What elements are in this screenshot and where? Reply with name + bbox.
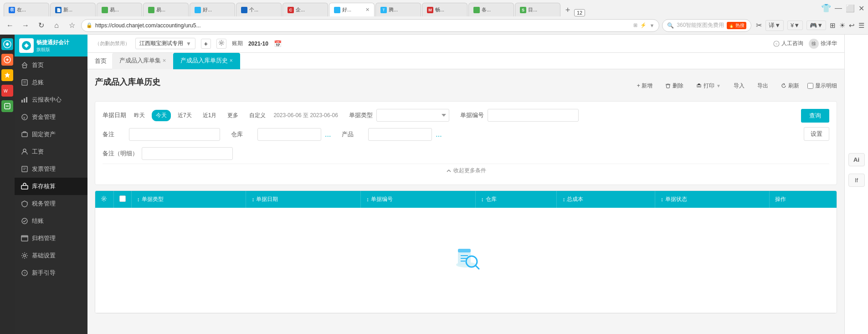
browser-tab-3[interactable]: 易... [97,3,142,16]
date-btn-1month[interactable]: 近1月 [199,110,221,121]
collapse-filter-button[interactable]: 收起更多条件 [103,164,829,177]
product-filter-input[interactable] [368,128,432,141]
browser-tab-10[interactable]: M 畅... [422,3,467,16]
import-button[interactable]: 导入 [729,80,749,92]
voucher-no-input[interactable] [488,109,579,122]
undo-icon[interactable]: ↩ [849,21,855,30]
query-button[interactable]: 查询 [801,109,829,123]
warehouse-picker-icon[interactable]: ... [325,130,331,139]
nav-forward-button[interactable]: → [19,19,32,32]
sidebar-item-tax[interactable]: 税务管理 [15,195,87,212]
sidebar-item-home[interactable]: 首页 [15,57,87,74]
tab-counter[interactable]: 12 [574,9,585,16]
browser-tab-5[interactable]: 好... [190,3,235,16]
th-voucher-status[interactable]: ↕ 单据状态 [655,191,770,208]
browser-tab-4[interactable]: 易... [143,3,189,16]
sidebar-item-settings[interactable]: 基础设置 [15,247,87,264]
browser-menu-icon[interactable]: ☰ [858,21,864,30]
th-voucher-no[interactable]: ↕ 单据编号 [360,191,475,208]
date-btn-7days[interactable]: 近7天 [174,110,196,121]
sidebar-item-ledger[interactable]: 总账 [15,74,87,91]
browser-tab-1[interactable]: 在 在... [4,3,49,16]
sidebar-item-money[interactable]: ¥ 资金管理 [15,108,87,126]
icon-bar-item-1[interactable] [1,54,13,66]
yuan-icon[interactable]: ¥▼ [787,21,803,30]
settings-company-button[interactable] [216,39,226,49]
nav-back-button[interactable]: ← [4,19,16,32]
date-btn-more[interactable]: 更多 [223,110,242,121]
if-button[interactable]: If [848,174,865,187]
th-checkbox[interactable] [113,191,131,208]
window-maximize-icon[interactable]: ⬜ [846,4,855,13]
refresh-button[interactable]: 刷新 [776,80,804,92]
add-button[interactable]: + 新增 [632,80,657,92]
help-button[interactable]: ? 人工咨询 [773,40,803,47]
sidebar-item-salary[interactable]: 工资 [15,143,87,160]
th-voucher-date[interactable]: ↕ 单据日期 [246,191,361,208]
settings-query-button[interactable]: 设置 [804,127,829,141]
date-btn-custom[interactable]: 自定义 [245,110,270,121]
nav-refresh-button[interactable]: ↻ [35,19,47,32]
url-lightning-icon[interactable]: ⚡ [640,22,647,28]
sidebar-item-close-period[interactable]: 结账 [15,212,87,230]
warehouse-filter-input[interactable] [257,128,321,141]
show-col-checkbox[interactable]: 显示明细 [807,82,837,90]
date-btn-yesterday[interactable]: 昨天 [130,110,149,121]
grid-icon[interactable]: ⊞ [830,21,836,30]
nav-home-button[interactable]: ⌂ [50,19,63,32]
note-detail-input[interactable] [142,147,233,160]
url-grid-icon[interactable]: ⊞ [633,22,637,28]
icon-bar-item-3[interactable]: w [1,85,13,97]
breadcrumb-list-tab[interactable]: 产成品入库单集 × [112,53,173,69]
sidebar-item-inventory[interactable]: 库存核算 [15,178,87,195]
export-button[interactable]: 导出 [753,80,773,92]
sidebar-item-invoice[interactable]: 发票管理 [15,160,87,178]
sidebar-item-asset[interactable]: 固定资产 [15,126,87,143]
nav-bookmark-button[interactable]: ☆ [66,19,78,32]
select-all-checkbox[interactable] [119,195,126,202]
delete-button[interactable]: 删除 [661,80,688,92]
th-total-cost[interactable]: ↕ 总成本 [557,191,655,208]
url-dropdown-icon[interactable]: ▼ [649,23,654,28]
voucher-type-select[interactable] [376,109,449,122]
sidebar-item-archive[interactable]: 归档管理 [15,230,87,247]
breadcrumb-home[interactable]: 首页 [95,57,107,65]
browser-tab-7[interactable]: C 企... [282,3,328,16]
icon-bar-item-2[interactable] [1,69,13,81]
note-filter-input[interactable] [129,128,220,141]
icon-bar-item-4[interactable] [1,100,13,112]
th-voucher-type[interactable]: ↕ 单据类型 [131,191,246,208]
browser-tab-8[interactable]: 好... ✕ [329,3,375,16]
game-icon[interactable]: 🎮▼ [806,21,826,30]
close-list-tab[interactable]: × [163,57,166,64]
browser-tab-9[interactable]: T 腾... [375,3,421,16]
browser-tab-11[interactable]: 各... [468,3,514,16]
show-col-input[interactable] [807,83,813,89]
browser-tab-6[interactable]: 个... [236,3,282,16]
ai-button[interactable]: Ai [848,153,865,166]
sidebar-item-guide[interactable]: ? 新手引导 [15,264,87,282]
window-minimize-icon[interactable]: — [835,4,842,12]
th-warehouse[interactable]: ↕ 仓库 [475,191,557,208]
sidebar-item-report[interactable]: 云报表中心 [15,91,87,108]
tab-close-8[interactable]: ✕ [365,7,370,13]
company-selector[interactable]: 江西顺宝测试专用 ▼ [135,38,195,49]
window-close-icon[interactable]: ✕ [858,4,864,13]
period-calendar-icon[interactable]: 📅 [274,40,282,47]
print-button[interactable]: 打印 ▼ [692,80,725,92]
translate-icon[interactable]: 译▼ [765,20,784,31]
date-btn-today[interactable]: 今天 [152,110,171,121]
browser-tab-12[interactable]: S 目... [515,3,560,16]
user-profile-button[interactable]: 徐 徐泽华 [809,39,837,49]
browser-tab-2[interactable]: 📄 新... [50,3,96,16]
th-gear[interactable] [95,191,113,208]
sun-icon[interactable]: ☀ [839,21,845,30]
search-bar[interactable]: 🔍 360智能抠图免费用 🔥 热搜 [662,19,751,32]
product-picker-icon[interactable]: ... [436,130,442,139]
svg-rect-13 [21,100,23,103]
breadcrumb-history-tab[interactable]: 产成品入库单历史 × [173,53,240,69]
close-history-tab[interactable]: × [230,57,233,64]
new-tab-button[interactable]: + [561,4,574,16]
url-bar[interactable]: 🔒 https://cloud.chanjet.com/accounting/u… [81,19,659,32]
add-company-button[interactable]: + [201,39,211,49]
